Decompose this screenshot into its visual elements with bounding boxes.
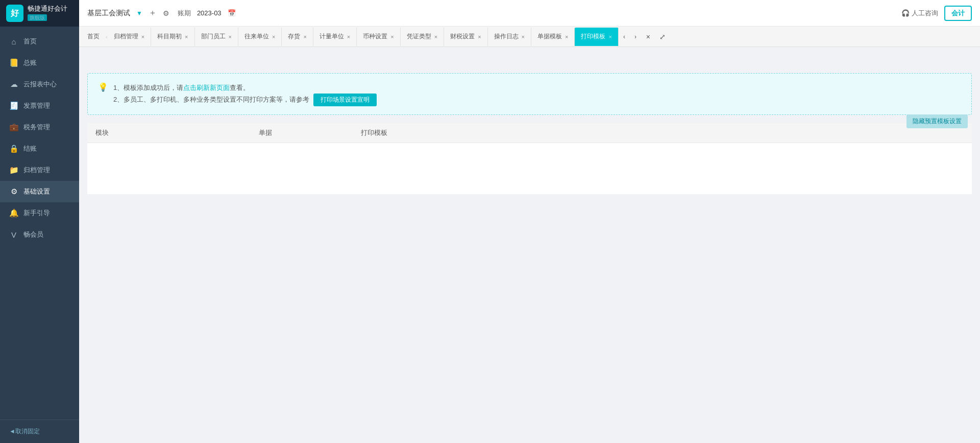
content-wrapper: 隐藏预置模板设置 💡 1、模板添加成功后，请点击刷新新页面查看。 2、多员工、多…: [87, 55, 972, 194]
tab-close-icon[interactable]: ×: [303, 34, 306, 40]
sidebar-item-settings[interactable]: ⚙ 基础设置: [0, 181, 79, 202]
tab-close-all-button[interactable]: ×: [641, 28, 655, 46]
sidebar-item-archive[interactable]: 📁 归档管理: [0, 159, 79, 181]
tab-bizhong-shezhi[interactable]: 币种设置 ×: [357, 28, 400, 46]
logo-text: 畅捷通好会计 旗舰版: [28, 5, 67, 22]
tab-gudang-guanli[interactable]: 归档管理 ×: [108, 28, 151, 46]
ledger-icon: 📒: [9, 58, 18, 67]
tab-close-icon[interactable]: ×: [390, 34, 394, 40]
sidebar-item-label: 新手引导: [23, 208, 50, 218]
app-logo: 好 畅捷通好会计 旗舰版: [0, 0, 79, 27]
tab-prev-button[interactable]: ‹: [619, 28, 630, 46]
sidebar-item-invoice[interactable]: 🧾 发票管理: [0, 95, 79, 116]
main-area: 基层工会测试 ▼ ＋ ⚙ 账期 2023-03 📅 🎧 人工咨询 会计 首页 ‹…: [79, 0, 980, 443]
close-book-icon: 🔒: [9, 144, 18, 153]
period-value: 2023-03: [197, 9, 222, 17]
settings-icon: ⚙: [9, 187, 18, 196]
content-area: 隐藏预置模板设置 💡 1、模板添加成功后，请点击刷新新页面查看。 2、多员工、多…: [79, 47, 980, 443]
col-module-header: 模块: [87, 128, 251, 137]
tab-close-icon[interactable]: ×: [347, 34, 350, 40]
sidebar-item-label: 总账: [23, 58, 37, 67]
tax-icon: 💼: [9, 123, 18, 132]
refresh-link[interactable]: 点击刷新新页面: [183, 84, 230, 91]
kuaiji-button[interactable]: 会计: [944, 6, 972, 21]
archive-icon: 📁: [9, 166, 18, 175]
period-label: 账期: [178, 9, 191, 18]
add-tab-button[interactable]: ＋: [149, 8, 157, 18]
tab-pingzheng-leixing[interactable]: 凭证类型 ×: [401, 28, 444, 46]
sidebar-nav: ⌂ 首页 📒 总账 ☁ 云报表中心 🧾 发票管理 💼 税务管理 🔒 结账 📁 归…: [0, 27, 79, 419]
info-banner: 💡 1、模板添加成功后，请点击刷新新页面查看。 2、多员工、多打印机、多种业务类…: [87, 73, 972, 115]
tab-next-button[interactable]: ›: [630, 28, 641, 46]
service-button[interactable]: 🎧 人工咨询: [901, 9, 938, 18]
tab-danju-moban[interactable]: 单据模板 ×: [531, 28, 575, 46]
table-body: [87, 143, 972, 194]
tab-kemu-qichu[interactable]: 科目期初 ×: [151, 28, 194, 46]
tab-close-icon[interactable]: ×: [141, 34, 144, 40]
sidebar-item-report[interactable]: ☁ 云报表中心: [0, 74, 79, 95]
hide-preview-button[interactable]: 隐藏预置模板设置: [906, 114, 968, 128]
tab-jiliang-danwei[interactable]: 计量单位 ×: [313, 28, 357, 46]
invoice-icon: 🧾: [9, 101, 18, 110]
tab-bumen-yuangong[interactable]: 部门员工 ×: [195, 28, 238, 46]
lightbulb-icon: 💡: [98, 82, 108, 92]
tab-close-icon[interactable]: ×: [522, 34, 525, 40]
sidebar-item-label: 基础设置: [23, 187, 50, 196]
tab-close-icon[interactable]: ×: [478, 34, 481, 40]
tab-close-icon[interactable]: ×: [608, 34, 611, 40]
member-icon: V: [9, 230, 18, 239]
unpin-label: ◄取消固定: [9, 427, 40, 436]
tab-bar: 首页 ‹ 归档管理 × 科目期初 × 部门员工 × 往来单位 × 存货 × 计量…: [79, 27, 980, 47]
col-template-header: 打印模板: [353, 128, 972, 137]
tab-caishui-shezhi[interactable]: 财税设置 ×: [444, 28, 487, 46]
col-bill-header: 单据: [251, 128, 353, 137]
sidebar-item-label: 首页: [23, 37, 37, 46]
calendar-icon[interactable]: 📅: [228, 9, 236, 17]
sidebar-item-member[interactable]: V 畅会员: [0, 224, 79, 245]
sidebar-item-label: 结账: [23, 144, 37, 153]
service-label: 人工咨询: [912, 9, 938, 18]
logo-icon: 好: [6, 5, 23, 22]
home-icon: ⌂: [9, 37, 18, 46]
sidebar-item-label: 发票管理: [23, 101, 50, 110]
company-name: 基层工会测试: [87, 9, 130, 18]
sidebar-item-close[interactable]: 🔒 结账: [0, 138, 79, 159]
tab-wanglai-danwei[interactable]: 往来单位 ×: [238, 28, 282, 46]
tab-close-icon[interactable]: ×: [229, 34, 232, 40]
tab-cunchuo[interactable]: 存货 ×: [282, 28, 313, 46]
sidebar-item-label: 畅会员: [23, 230, 43, 239]
top-bar: 基层工会测试 ▼ ＋ ⚙ 账期 2023-03 📅 🎧 人工咨询 会计: [79, 0, 980, 27]
sidebar-item-guide[interactable]: 🔔 新手引导: [0, 202, 79, 224]
sidebar: 好 畅捷通好会计 旗舰版 ⌂ 首页 📒 总账 ☁ 云报表中心 🧾 发票管理 💼 …: [0, 0, 79, 443]
tab-close-icon[interactable]: ×: [185, 34, 188, 40]
data-table: 模块 单据 打印模板: [87, 123, 972, 194]
sidebar-unpin[interactable]: ◄取消固定: [0, 419, 79, 443]
cloud-icon: ☁: [9, 80, 18, 89]
sidebar-item-label: 税务管理: [23, 123, 50, 132]
sidebar-item-home[interactable]: ⌂ 首页: [0, 31, 79, 52]
headset-icon: 🎧: [901, 9, 910, 17]
info-content: 1、模板添加成功后，请点击刷新新页面查看。 2、多员工、多打印机、多种业务类型设…: [113, 82, 377, 106]
guide-icon: 🔔: [9, 208, 18, 218]
company-dropdown-icon[interactable]: ▼: [136, 10, 142, 17]
tab-close-icon[interactable]: ×: [434, 34, 437, 40]
sidebar-item-label: 云报表中心: [23, 80, 57, 89]
settings-gear-icon[interactable]: ⚙: [163, 9, 169, 17]
sidebar-item-label: 归档管理: [23, 166, 50, 175]
tab-dayin-moban[interactable]: 打印模板 ×: [575, 28, 618, 46]
tab-home[interactable]: 首页: [81, 28, 106, 46]
tab-close-icon[interactable]: ×: [272, 34, 275, 40]
tab-close-icon[interactable]: ×: [565, 34, 568, 40]
sidebar-item-ledger[interactable]: 📒 总账: [0, 52, 79, 74]
tab-expand-button[interactable]: ⤢: [655, 28, 670, 46]
tab-caozuo-rizhi[interactable]: 操作日志 ×: [488, 28, 531, 46]
table-header: 模块 单据 打印模板: [87, 123, 972, 143]
sidebar-item-tax[interactable]: 💼 税务管理: [0, 116, 79, 138]
print-scene-button[interactable]: 打印场景设置宣明: [313, 94, 377, 106]
info-line2: 2、多员工、多打印机、多种业务类型设置不同打印方案等，请参考 打印场景设置宣明: [113, 94, 377, 106]
info-line1: 1、模板添加成功后，请点击刷新新页面查看。: [113, 82, 377, 94]
